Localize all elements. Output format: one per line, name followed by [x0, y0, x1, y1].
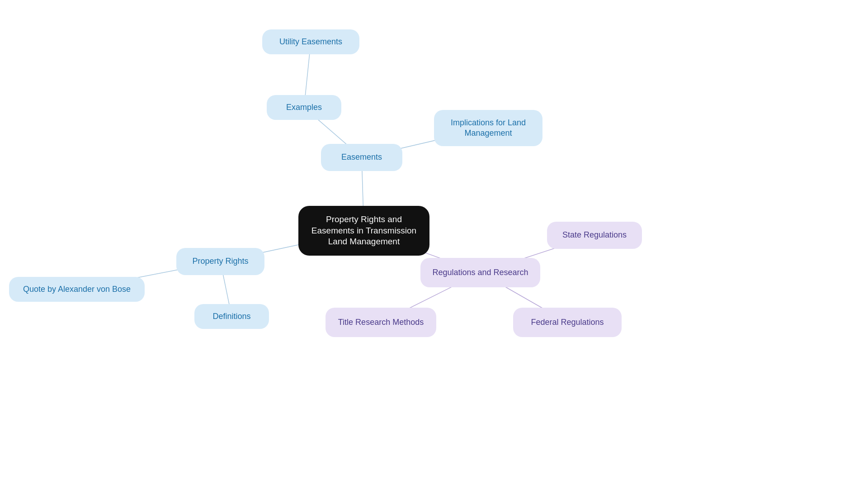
examples-node[interactable]: Examples — [267, 95, 341, 120]
federal-regulations-node[interactable]: Federal Regulations — [513, 308, 622, 337]
implications-node[interactable]: Implications for Land Management — [434, 110, 542, 146]
state-regulations-node[interactable]: State Regulations — [547, 222, 642, 249]
utility-easements-node[interactable]: Utility Easements — [262, 29, 359, 54]
quote-node[interactable]: Quote by Alexander von Bose — [9, 277, 145, 302]
title-research-node[interactable]: Title Research Methods — [326, 308, 436, 337]
easements-node[interactable]: Easements — [321, 144, 402, 171]
center-node[interactable]: Property Rights and Easements in Transmi… — [298, 206, 429, 256]
definitions-node[interactable]: Definitions — [194, 304, 269, 329]
property-rights-node[interactable]: Property Rights — [176, 248, 264, 275]
regulations-node[interactable]: Regulations and Research — [420, 258, 540, 287]
